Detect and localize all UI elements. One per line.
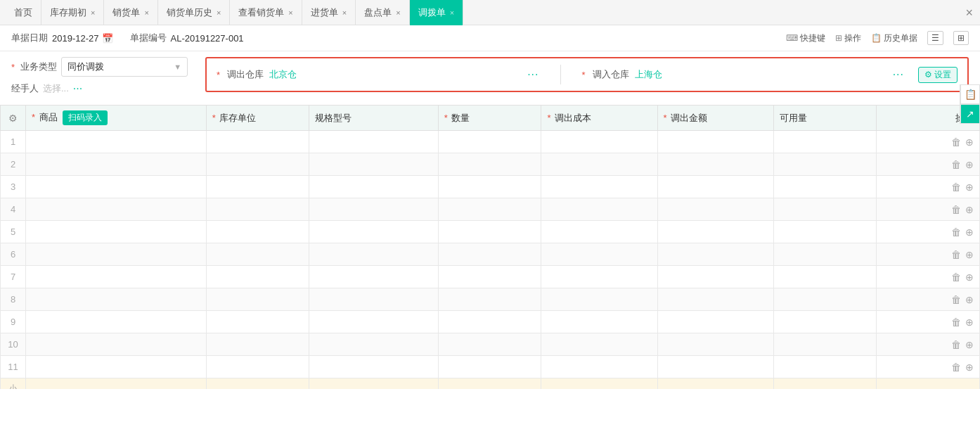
qty-cell-9[interactable]: [438, 311, 541, 333]
copy-icon-9[interactable]: ⊕: [965, 317, 974, 328]
copy-icon-3[interactable]: ⊕: [965, 181, 974, 193]
biz-type-dropdown-icon[interactable]: ▼: [174, 63, 181, 71]
copy-icon-4[interactable]: ⊕: [965, 204, 974, 215]
tab-sales-order[interactable]: 销货单 ×: [104, 0, 157, 25]
side-expand-btn[interactable]: ↗: [960, 104, 980, 124]
available-cell-3[interactable]: [773, 176, 877, 198]
tab-close-transfer[interactable]: ×: [450, 8, 454, 17]
out-warehouse-more-btn[interactable]: ···: [527, 68, 539, 81]
delete-icon-9[interactable]: 🗑: [951, 317, 961, 328]
copy-icon-6[interactable]: ⊕: [965, 249, 974, 260]
amount-cell-5[interactable]: [657, 221, 773, 243]
available-cell-1[interactable]: [773, 131, 877, 153]
delete-icon-6[interactable]: 🗑: [951, 249, 961, 260]
product-cell-3[interactable]: [26, 176, 207, 198]
amount-cell-10[interactable]: [657, 333, 773, 356]
settings-col-header[interactable]: ⚙: [1, 106, 26, 131]
scan-button[interactable]: 扫码录入: [63, 110, 108, 125]
unit-cell-3[interactable]: [206, 176, 309, 198]
delete-icon-3[interactable]: 🗑: [951, 181, 961, 193]
tab-close-inventory-init[interactable]: ×: [91, 8, 95, 17]
unit-cell-5[interactable]: [206, 221, 309, 243]
copy-icon-8[interactable]: ⊕: [965, 294, 974, 305]
spec-cell-10[interactable]: [309, 333, 438, 356]
amount-cell-3[interactable]: [657, 176, 773, 198]
unit-cell-4[interactable]: [206, 198, 309, 221]
qty-cell-2[interactable]: [438, 153, 541, 176]
tab-home[interactable]: 首页: [6, 0, 41, 25]
cost-cell-11[interactable]: [541, 356, 657, 378]
product-cell-10[interactable]: [26, 333, 207, 356]
amount-cell-4[interactable]: [657, 198, 773, 221]
delete-icon-11[interactable]: 🗑: [951, 362, 961, 373]
available-cell-7[interactable]: [773, 266, 877, 288]
qty-cell-10[interactable]: [438, 333, 541, 356]
tab-inventory-count[interactable]: 盘点单 ×: [356, 0, 409, 25]
cost-cell-8[interactable]: [541, 288, 657, 311]
product-cell-6[interactable]: [26, 243, 207, 266]
unit-cell-10[interactable]: [206, 333, 309, 356]
unit-cell-6[interactable]: [206, 243, 309, 266]
amount-cell-7[interactable]: [657, 266, 773, 288]
spec-cell-9[interactable]: [309, 311, 438, 333]
amount-cell-8[interactable]: [657, 288, 773, 311]
amount-cell-11[interactable]: [657, 356, 773, 378]
qty-cell-6[interactable]: [438, 243, 541, 266]
unit-cell-1[interactable]: [206, 131, 309, 153]
available-cell-2[interactable]: [773, 153, 877, 176]
product-cell-7[interactable]: [26, 266, 207, 288]
product-cell-1[interactable]: [26, 131, 207, 153]
cost-cell-4[interactable]: [541, 198, 657, 221]
spec-cell-2[interactable]: [309, 153, 438, 176]
cost-cell-3[interactable]: [541, 176, 657, 198]
copy-icon-11[interactable]: ⊕: [965, 362, 974, 373]
unit-cell-11[interactable]: [206, 356, 309, 378]
tab-close-sales-history[interactable]: ×: [217, 8, 221, 17]
cost-cell-6[interactable]: [541, 243, 657, 266]
available-cell-4[interactable]: [773, 198, 877, 221]
delete-icon-4[interactable]: 🗑: [951, 204, 961, 215]
tab-transfer[interactable]: 调拨单 ×: [410, 0, 463, 25]
main-close-icon[interactable]: ×: [965, 6, 973, 20]
delete-icon-2[interactable]: 🗑: [951, 159, 961, 170]
list-view-btn[interactable]: ☰: [927, 31, 943, 45]
amount-cell-9[interactable]: [657, 311, 773, 333]
product-cell-4[interactable]: [26, 198, 207, 221]
qty-cell-8[interactable]: [438, 288, 541, 311]
available-cell-8[interactable]: [773, 288, 877, 311]
unit-cell-2[interactable]: [206, 153, 309, 176]
delete-icon-8[interactable]: 🗑: [951, 294, 961, 305]
delete-icon-7[interactable]: 🗑: [951, 272, 961, 283]
spec-cell-6[interactable]: [309, 243, 438, 266]
person-input[interactable]: 选择...: [43, 82, 69, 95]
available-cell-11[interactable]: [773, 356, 877, 378]
unit-cell-9[interactable]: [206, 311, 309, 333]
spec-cell-11[interactable]: [309, 356, 438, 378]
delete-icon-5[interactable]: 🗑: [951, 227, 961, 238]
product-cell-2[interactable]: [26, 153, 207, 176]
amount-cell-6[interactable]: [657, 243, 773, 266]
cost-cell-7[interactable]: [541, 266, 657, 288]
unit-cell-7[interactable]: [206, 266, 309, 288]
product-cell-8[interactable]: [26, 288, 207, 311]
available-cell-9[interactable]: [773, 311, 877, 333]
tab-purchase[interactable]: 进货单 ×: [302, 0, 356, 25]
spec-cell-8[interactable]: [309, 288, 438, 311]
product-cell-9[interactable]: [26, 311, 207, 333]
shortcuts-btn[interactable]: ⌨ 快捷键: [786, 32, 825, 44]
grid-view-btn[interactable]: ⊞: [953, 31, 969, 45]
available-cell-6[interactable]: [773, 243, 877, 266]
spec-cell-3[interactable]: [309, 176, 438, 198]
tab-close-purchase[interactable]: ×: [342, 8, 347, 17]
copy-icon-7[interactable]: ⊕: [965, 272, 974, 283]
doc-date-input[interactable]: 2019-12-27 📅: [52, 33, 113, 44]
qty-cell-3[interactable]: [438, 176, 541, 198]
tab-close-view-sales[interactable]: ×: [288, 8, 292, 17]
available-cell-10[interactable]: [773, 333, 877, 356]
unit-cell-8[interactable]: [206, 288, 309, 311]
cost-cell-2[interactable]: [541, 153, 657, 176]
tab-inventory-init[interactable]: 库存期初 ×: [41, 0, 104, 25]
cost-cell-10[interactable]: [541, 333, 657, 356]
qty-cell-5[interactable]: [438, 221, 541, 243]
tab-close-inventory-count[interactable]: ×: [396, 8, 400, 17]
